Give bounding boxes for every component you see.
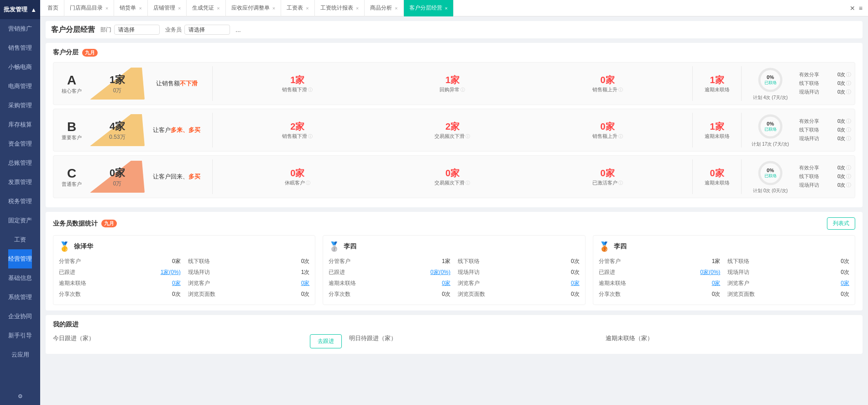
tier-divider2 xyxy=(692,113,693,147)
stat-info-icon[interactable]: ⓘ xyxy=(465,180,470,186)
sidebar-item-新手引导[interactable]: 新手引导 xyxy=(8,326,32,345)
staff-stat-value[interactable]: 0家(0%) xyxy=(430,268,450,276)
staff-stat-value[interactable]: 0家(0%) xyxy=(700,268,720,276)
staff-stat-value: 0次 xyxy=(301,290,310,298)
sidebar-item-企业协同[interactable]: 企业协同 xyxy=(8,307,32,326)
right-stat-row: 现场拜访0次ⓘ xyxy=(799,135,851,142)
tab-生成凭证[interactable]: 生成凭证× xyxy=(187,0,225,16)
customer-section-title: 客户分层 九月 xyxy=(53,48,855,57)
stat-label: 交易频次下滑 ⓘ xyxy=(434,179,470,186)
sidebar-item-总账管理[interactable]: 总账管理 xyxy=(8,153,32,173)
sidebar-item-库存核算[interactable]: 库存核算 xyxy=(8,115,32,134)
tab-销货单[interactable]: 销货单× xyxy=(114,0,147,16)
go-followup-button[interactable]: 去跟进 xyxy=(310,334,342,348)
sidebar-item-销售管理[interactable]: 销售管理 xyxy=(8,38,32,58)
right-stat-info-icon[interactable]: ⓘ xyxy=(846,164,851,171)
right-stat-info-icon[interactable]: ⓘ xyxy=(846,135,851,142)
sidebar-item-云应用[interactable]: 云应用 xyxy=(8,345,32,364)
stat-number: 0家 xyxy=(601,121,615,133)
right-stat-info-icon[interactable]: ⓘ xyxy=(846,182,851,189)
tab-close-icon[interactable]: × xyxy=(306,5,309,11)
tab-应收应付调整单[interactable]: 应收应付调整单× xyxy=(226,0,281,16)
right-stat-info-icon[interactable]: ⓘ xyxy=(846,173,851,180)
list-view-button[interactable]: 列表式 xyxy=(827,217,855,230)
staff-stat-value[interactable]: 1家(0%) xyxy=(161,268,181,276)
stat-info-icon[interactable]: ⓘ xyxy=(618,180,623,186)
staff-card-0: 🥇徐泽华分管客户0家线下联络0次已跟进1家(0%)现场拜访1次逾期未联络0家浏览… xyxy=(53,235,315,305)
staff-stat-label: 已跟进 xyxy=(59,268,75,276)
right-stat-info-icon[interactable]: ⓘ xyxy=(846,118,851,125)
tab-close-icon[interactable]: × xyxy=(445,5,448,11)
sidebar-item-电商管理[interactable]: 电商管理 xyxy=(8,77,32,96)
sidebar-item-系统管理[interactable]: 系统管理 xyxy=(8,288,32,307)
tier-name-A: 核心客户 xyxy=(62,88,82,95)
filter-more-button[interactable]: ... xyxy=(235,26,241,33)
tomorrow-followup-label: 明日待跟进（家） xyxy=(349,334,599,342)
tab-menu-button[interactable]: ≡ xyxy=(859,5,863,12)
tab-close-icon[interactable]: × xyxy=(217,5,220,11)
tab-close-all-button[interactable]: ✕ xyxy=(850,5,855,12)
sidebar-settings[interactable]: ⚙ xyxy=(0,388,40,405)
staff-stat-row: 分管客户0家 xyxy=(59,257,181,266)
sidebar-item-小畅电商[interactable]: 小畅电商 xyxy=(8,58,32,77)
tab-close-icon[interactable]: × xyxy=(356,5,359,11)
right-stat-row: 现场拜访0次ⓘ xyxy=(799,182,851,189)
tab-close-icon[interactable]: × xyxy=(272,5,275,11)
sidebar-item-税务管理[interactable]: 税务管理 xyxy=(8,192,32,211)
staff-stat-value[interactable]: 0家 xyxy=(571,279,580,287)
staff-stat-value[interactable]: 0家 xyxy=(841,279,849,287)
staff-stat-value[interactable]: 0家 xyxy=(712,279,721,287)
staff-stat-label: 浏览客户 xyxy=(727,279,749,287)
right-stat-info-icon[interactable]: ⓘ xyxy=(846,89,851,95)
tab-close-icon[interactable]: × xyxy=(139,5,141,11)
sidebar-item-发票管理[interactable]: 发票管理 xyxy=(8,173,32,192)
staff-header-1: 🥈李四 xyxy=(329,241,579,252)
tier-row-C: C普通客户0家0万让客户回来、多买0家休眠客户 ⓘ0家交易频次下滑 ⓘ0家已激活… xyxy=(53,155,855,198)
tab-close-icon[interactable]: × xyxy=(178,5,181,11)
staff-stat-row: 分享次数0次 xyxy=(59,289,181,299)
sidebar-item-营销推广[interactable]: 营销推广 xyxy=(8,19,32,38)
staff-stat-value[interactable]: 0家 xyxy=(301,279,310,287)
stat-info-icon[interactable]: ⓘ xyxy=(306,180,310,186)
sidebar-item-经营管理[interactable]: 经营管理 xyxy=(8,249,32,268)
stat-info-icon[interactable]: ⓘ xyxy=(460,87,465,93)
stat-info-icon[interactable]: ⓘ xyxy=(465,133,470,140)
stat-info-icon[interactable]: ⓘ xyxy=(618,87,623,93)
sidebar-item-采购管理[interactable]: 采购管理 xyxy=(8,96,32,115)
stat-info-icon[interactable]: ⓘ xyxy=(308,133,313,140)
page-content: 客户分层经营 部门 请选择 业务员 请选择 ... 客户分层 九月 A核心客户1… xyxy=(40,16,868,405)
stat-info-icon[interactable]: ⓘ xyxy=(308,87,313,93)
right-stat-info-icon[interactable]: ⓘ xyxy=(846,71,851,78)
staff-stat-row: 现场拜访1次 xyxy=(188,268,310,277)
sidebar-item-固定资产[interactable]: 固定资产 xyxy=(8,211,32,230)
tab-商品分析[interactable]: 商品分析× xyxy=(365,0,403,16)
tab-工资统计报表[interactable]: 工资统计报表× xyxy=(315,0,365,16)
staff-stat-value: 0家 xyxy=(172,258,181,265)
tab-close-icon[interactable]: × xyxy=(395,5,397,11)
tab-门店商品目录[interactable]: 门店商品目录× xyxy=(64,0,114,16)
stat-info-icon[interactable]: ⓘ xyxy=(618,133,623,140)
right-stat-label: 有效分享 xyxy=(799,118,819,125)
overdue-label: 逾期未联络 xyxy=(705,133,730,140)
tier-count-number-A: 1家 xyxy=(110,73,125,87)
staff-stat-value[interactable]: 0家 xyxy=(172,279,181,287)
right-stat-value: 0次 xyxy=(837,164,845,171)
sidebar-item-资金管理[interactable]: 资金管理 xyxy=(8,134,32,153)
sidebar-item-基础信息[interactable]: 基础信息 xyxy=(8,268,32,288)
right-stat-info-icon[interactable]: ⓘ xyxy=(846,80,851,87)
tab-首页[interactable]: 首页 xyxy=(42,0,64,16)
tab-close-icon[interactable]: × xyxy=(105,5,108,11)
right-stat-info-icon[interactable]: ⓘ xyxy=(846,126,851,133)
overdue-followup-col: 逾期未联络（家） xyxy=(606,334,855,346)
staff-stat-row: 分管客户1家 xyxy=(329,257,450,266)
tab-店铺管理[interactable]: 店铺管理× xyxy=(148,0,187,16)
staff-stat-row: 浏览客户0家 xyxy=(727,279,849,288)
sidebar-header[interactable]: 批发管理 ▲ xyxy=(0,0,40,19)
sales-filter-select[interactable]: 请选择 xyxy=(184,25,230,35)
dept-filter-select[interactable]: 请选择 xyxy=(114,25,160,35)
staff-card-2: 🥉李四分管客户1家线下联络0次已跟进0家(0%)现场拜访0次逾期未联络0家浏览客… xyxy=(593,235,855,305)
sidebar-item-工资[interactable]: 工资 xyxy=(8,230,32,249)
staff-stat-value[interactable]: 0家 xyxy=(442,279,450,287)
tab-工资表[interactable]: 工资表× xyxy=(281,0,314,16)
tab-客户分层经营[interactable]: 客户分层经营× xyxy=(404,0,454,16)
